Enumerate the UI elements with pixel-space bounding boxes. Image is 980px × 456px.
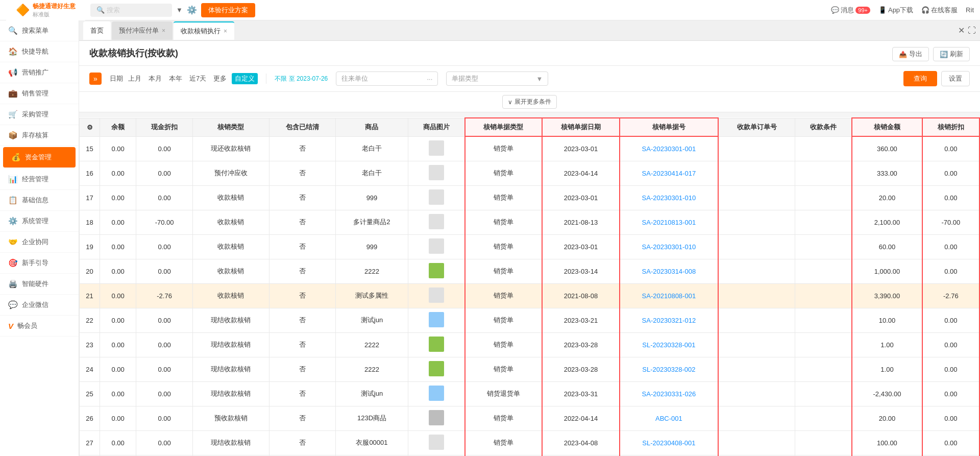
row-balance: 0.00	[100, 381, 136, 406]
row-verify-no[interactable]: SL-20230328-002	[620, 357, 718, 381]
close-window-btn[interactable]: ✕	[958, 26, 965, 35]
row-num: 20	[80, 259, 100, 283]
message-btn[interactable]: 💬 消息 99+	[831, 6, 870, 15]
row-verify-no[interactable]: SA-20230321-012	[620, 308, 718, 332]
row-verify-no[interactable]: ABC-001	[620, 406, 718, 430]
col-settings[interactable]: ⚙	[80, 118, 100, 136]
data-table: ⚙ 余额 现金折扣 核销类型 包含已结清 商品 商品图片 核销单据类型 核销单据…	[79, 117, 980, 456]
filter-toggle-btn[interactable]: »	[89, 73, 102, 85]
doc-type-select[interactable]: 单据类型 ▼	[446, 71, 548, 86]
tab-home[interactable]: 首页	[83, 21, 111, 40]
prepay-tab-label: 预付冲应付单	[119, 26, 159, 35]
row-balance: 0.00	[100, 210, 136, 234]
row-goods: 测试jun	[336, 308, 408, 332]
app-download-btn[interactable]: 📱 App下载	[878, 6, 913, 15]
row-verify-no[interactable]: SA-20230414-017	[620, 161, 718, 185]
row-balance: 0.00	[100, 161, 136, 185]
sidebar-item-label: 新手引导	[22, 258, 48, 268]
last-month-btn[interactable]: 上月	[126, 73, 143, 84]
row-verify-date: 2023-03-21	[542, 308, 620, 332]
sidebar-item-system[interactable]: ⚙️ 系统管理	[0, 211, 79, 232]
this-year-btn[interactable]: 本年	[167, 73, 184, 84]
sidebar-item-marketing[interactable]: 📢 营销推广	[0, 62, 79, 83]
sidebar-item-label: 搜索菜单	[22, 26, 48, 35]
query-btn[interactable]: 查询	[903, 71, 937, 86]
row-verify-date: 2023-04-14	[542, 161, 620, 185]
row-verify-no[interactable]: SA-20230301-010	[620, 234, 718, 259]
row-verify-type: 预付冲应收	[192, 161, 269, 185]
sidebar-item-wechat[interactable]: 💬 企业微信	[0, 295, 79, 316]
row-include-settled: 否	[269, 185, 335, 210]
sidebar-item-purchase[interactable]: 🛒 采购管理	[0, 104, 79, 125]
top-bar-right: 💬 消息 99+ 📱 App下载 🎧 在线客服 Rit	[831, 6, 974, 15]
col-cash-discount: 现金折扣	[136, 118, 193, 136]
sidebar-item-operations[interactable]: 📊 经营管理	[0, 169, 79, 190]
export-btn[interactable]: 📤 导出	[892, 47, 929, 61]
settings-icon[interactable]: ⚙️	[187, 5, 197, 15]
industry-btn[interactable]: 体验行业方案	[201, 3, 255, 17]
sidebar-item-newbie[interactable]: 🎯 新手引导	[0, 253, 79, 274]
row-verify-no[interactable]: SL-20230328-001	[620, 332, 718, 357]
table-row: 25 0.00 0.00 现结收款核销 否 测试jun 销货退货单 2023-0…	[80, 381, 980, 406]
row-collection-condition	[795, 357, 852, 381]
prepay-tab-close[interactable]: ×	[162, 27, 165, 34]
this-month-btn[interactable]: 本月	[146, 73, 164, 84]
last-7days-btn[interactable]: 近7天	[187, 73, 208, 84]
row-verify-no[interactable]: SA-20230301-001	[620, 136, 718, 161]
row-num: 18	[80, 210, 100, 234]
row-verify-amount: 60.00	[852, 234, 922, 259]
sidebar-item-member[interactable]: V 畅会员	[0, 316, 79, 337]
service-icon: 🎧	[921, 6, 929, 14]
row-verify-amount: 1.00	[852, 357, 922, 381]
partner-input[interactable]: 往来单位 ···	[336, 71, 438, 86]
collection-tab-close[interactable]: ×	[224, 28, 227, 35]
row-collection-condition	[795, 210, 852, 234]
row-verify-discount: 0.00	[922, 185, 979, 210]
sidebar-item-quicknav[interactable]: 🏠 快捷导航	[0, 41, 79, 62]
row-collection-order	[718, 210, 795, 234]
row-include-settled: 否	[269, 308, 335, 332]
sidebar-item-basicinfo[interactable]: 📋 基础信息	[0, 190, 79, 211]
row-verify-no[interactable]: SA-20210813-001	[620, 210, 718, 234]
row-verify-no[interactable]: SL-20230408-001	[620, 430, 718, 455]
search-box[interactable]: 🔍 搜索	[90, 4, 172, 17]
row-verify-amount: 360.00	[852, 136, 922, 161]
row-verify-no[interactable]: SA-20230331-026	[620, 381, 718, 406]
more-btn[interactable]: 更多	[211, 73, 229, 84]
tab-collection[interactable]: 收款核销执行 ×	[174, 21, 234, 40]
sidebar-item-enterprise[interactable]: 🤝 企业协同	[0, 232, 79, 253]
expand-conditions-btn[interactable]: ∨ 展开更多条件	[502, 95, 557, 109]
row-verify-no[interactable]: SA-20210808-001	[620, 283, 718, 308]
row-balance: 0.00	[100, 234, 136, 259]
export-icon: 📤	[899, 51, 907, 58]
col-goods: 商品	[336, 118, 408, 136]
row-goods-img	[408, 283, 464, 308]
row-verify-no[interactable]: SA-20230301-010	[620, 185, 718, 210]
sidebar-item-search[interactable]: 🔍 搜索菜单	[0, 20, 79, 41]
logo-icon: 🔶	[16, 4, 30, 17]
col-verify-date: 核销单据日期	[542, 118, 620, 136]
refresh-btn[interactable]: 🔄 刷新	[933, 47, 970, 61]
user-name[interactable]: Rit	[966, 6, 974, 14]
row-goods: 测试jun	[336, 381, 408, 406]
row-collection-condition	[795, 332, 852, 357]
row-verify-no[interactable]: SA-20230314-008	[620, 259, 718, 283]
row-collection-order	[718, 357, 795, 381]
sidebar-item-sales[interactable]: 💼 销售管理	[0, 83, 79, 104]
sidebar-item-finance[interactable]: 💰 资金管理	[3, 147, 76, 168]
row-verify-date: 2023-04-08	[542, 430, 620, 455]
refresh-icon: 🔄	[940, 51, 948, 58]
online-service-btn[interactable]: 🎧 在线客服	[921, 6, 958, 15]
row-verify-doc-type: 销货单	[465, 357, 543, 381]
row-goods-img	[408, 136, 464, 161]
sidebar-item-inventory[interactable]: 📦 库存核算	[0, 125, 79, 146]
setting-btn[interactable]: 设置	[941, 71, 970, 86]
custom-btn[interactable]: 自定义	[232, 73, 258, 84]
row-goods: 测试多属性	[336, 283, 408, 308]
tab-prepay[interactable]: 预付冲应付单 ×	[112, 21, 173, 40]
maximize-btn[interactable]: ⛶	[968, 26, 976, 35]
dropdown-icon[interactable]: ▼	[176, 6, 183, 14]
search-placeholder: 搜索	[107, 6, 120, 15]
expand-bar: ∨ 展开更多条件	[79, 92, 980, 112]
sidebar-item-smarthw[interactable]: 🖨️ 智能硬件	[0, 274, 79, 295]
